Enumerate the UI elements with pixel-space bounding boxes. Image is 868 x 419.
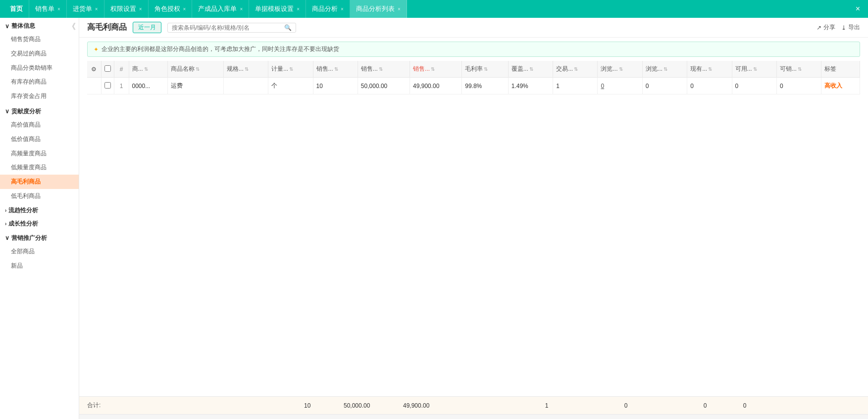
footer-available-stock: 0 bbox=[670, 402, 710, 409]
sort-coverage-icon[interactable]: ⇅ bbox=[529, 66, 533, 72]
chevron-right-icon-2: › bbox=[5, 221, 6, 227]
share-button[interactable]: ↗ 分享 bbox=[817, 23, 835, 32]
sidebar-item-high-margin-goods[interactable]: 高毛利商品 bbox=[0, 175, 79, 189]
sort-unit-icon[interactable]: ⇅ bbox=[289, 66, 293, 72]
th-browse1[interactable]: 浏览...⇅ bbox=[598, 61, 642, 78]
sidebar-item-trading-goods[interactable]: 交易过的商品 bbox=[0, 47, 79, 61]
sidebar-group-financial-analysis[interactable]: ∨ 贡献度分析 bbox=[0, 103, 79, 118]
footer-sales-profit: 49,900.00 bbox=[373, 402, 432, 409]
horizontal-scrollbar[interactable] bbox=[79, 414, 868, 419]
export-button[interactable]: ⤓ 导出 bbox=[841, 23, 860, 32]
sidebar-item-new-goods[interactable]: 新品 bbox=[0, 259, 79, 273]
close-all-button[interactable]: × bbox=[852, 4, 864, 13]
th-coverage[interactable]: 覆盖...⇅ bbox=[508, 61, 553, 78]
sidebar-item-high-freq-goods[interactable]: 高频量度商品 bbox=[0, 146, 79, 161]
th-sales-profit[interactable]: 销售...⇅ bbox=[410, 61, 462, 78]
sort-browse1-icon[interactable]: ⇅ bbox=[619, 66, 623, 72]
th-unit[interactable]: 计量...⇅ bbox=[268, 61, 313, 78]
sidebar-item-low-value-goods[interactable]: 低价值商品 bbox=[0, 132, 79, 146]
close-role-auth-icon[interactable]: × bbox=[183, 6, 186, 12]
td-available-stock: 0 bbox=[732, 78, 776, 94]
sort-saleable-stock-icon[interactable]: ⇅ bbox=[798, 66, 802, 72]
nav-tab-home[interactable]: 首页 bbox=[4, 0, 29, 18]
td-sales-amount: 50,000.00 bbox=[357, 78, 409, 94]
nav-tab-permission-settings[interactable]: 权限设置 × bbox=[104, 0, 149, 18]
sidebar-collapse-button[interactable]: 《 bbox=[68, 22, 76, 32]
td-coverage: 1.49% bbox=[508, 78, 553, 94]
th-margin-rate[interactable]: 毛利率⇅ bbox=[462, 61, 509, 78]
td-saleable-stock: 0 bbox=[776, 78, 821, 94]
sidebar-item-inventory-capital[interactable]: 库存资金占用 bbox=[0, 89, 79, 103]
th-checkbox[interactable] bbox=[101, 61, 114, 78]
th-available-stock[interactable]: 可用...⇅ bbox=[732, 61, 776, 78]
search-input[interactable] bbox=[172, 24, 282, 31]
sort-trade-count-icon[interactable]: ⇅ bbox=[574, 66, 578, 72]
row-checkbox[interactable] bbox=[104, 82, 111, 89]
search-box[interactable]: 🔍 bbox=[167, 23, 296, 33]
sidebar-item-low-margin-goods[interactable]: 低毛利商品 bbox=[0, 189, 79, 203]
content-header: 高毛利商品 近一月 🔍 ↗ 分享 ⤓ 导出 bbox=[79, 18, 868, 38]
sort-margin-rate-icon[interactable]: ⇅ bbox=[484, 66, 488, 72]
nav-tab-goods-analysis-list[interactable]: 商品分析列表 × bbox=[350, 0, 407, 18]
nav-tab-purchase-order[interactable]: 进货单 × bbox=[67, 0, 104, 18]
info-icon: ✦ bbox=[94, 46, 99, 53]
footer-sales-qty: 10 bbox=[274, 402, 313, 409]
th-current-stock[interactable]: 现有...⇅ bbox=[687, 61, 732, 78]
close-sales-order-icon[interactable]: × bbox=[57, 6, 60, 12]
sidebar-item-sales-ranking[interactable]: 销售货商品 bbox=[0, 32, 79, 47]
sort-available-stock-icon[interactable]: ⇅ bbox=[753, 66, 757, 72]
th-browse2[interactable]: 浏览...⇅ bbox=[642, 61, 687, 78]
sidebar-item-goods-classification[interactable]: 商品分类助销率 bbox=[0, 61, 79, 75]
th-code[interactable]: 商...⇅ bbox=[129, 61, 168, 78]
td-checkbox[interactable] bbox=[101, 78, 114, 94]
nav-tab-template-settings[interactable]: 单据模板设置 × bbox=[249, 0, 306, 18]
th-trade-count[interactable]: 交易...⇅ bbox=[553, 61, 598, 78]
nav-tab-role-auth[interactable]: 角色授权 × bbox=[149, 0, 193, 18]
sidebar-item-high-value-goods[interactable]: 高价值商品 bbox=[0, 118, 79, 132]
footer-sales-amount: 50,000.00 bbox=[313, 402, 373, 409]
sort-sales-qty-icon[interactable]: ⇅ bbox=[334, 66, 338, 72]
close-goods-analysis-icon[interactable]: × bbox=[341, 6, 344, 12]
close-template-settings-icon[interactable]: × bbox=[297, 6, 300, 12]
sidebar: 《 ∨ 整体信息 销售货商品 交易过的商品 商品分类助销率 有库存的商品 库存资… bbox=[0, 18, 79, 419]
nav-tab-sales-order[interactable]: 销售单 × bbox=[29, 0, 67, 18]
close-finished-goods-icon[interactable]: × bbox=[240, 6, 243, 12]
th-saleable-stock[interactable]: 可销...⇅ bbox=[776, 61, 821, 78]
th-name[interactable]: 商品名称⇅ bbox=[168, 61, 224, 78]
sort-spec-icon[interactable]: ⇅ bbox=[245, 66, 249, 72]
nav-tab-goods-analysis[interactable]: 商品分析 × bbox=[306, 0, 350, 18]
close-goods-analysis-list-icon[interactable]: × bbox=[398, 6, 401, 12]
header-actions: ↗ 分享 ⤓ 导出 bbox=[817, 23, 860, 32]
nav-tab-finished-goods[interactable]: 产成品入库单 × bbox=[192, 0, 249, 18]
td-trade-count: 1 bbox=[553, 78, 598, 94]
sort-name-icon[interactable]: ⇅ bbox=[196, 66, 200, 72]
th-settings[interactable]: ⚙ bbox=[87, 61, 101, 78]
main-layout: 《 ∨ 整体信息 销售货商品 交易过的商品 商品分类助销率 有库存的商品 库存资… bbox=[0, 18, 868, 419]
filter-recent-month-button[interactable]: 近一月 bbox=[133, 22, 161, 33]
sidebar-item-low-freq-goods[interactable]: 低频量度商品 bbox=[0, 160, 79, 175]
sort-sales-profit-icon[interactable]: ⇅ bbox=[431, 66, 435, 72]
browse1-link[interactable]: 0 bbox=[601, 83, 604, 90]
th-sales-amount[interactable]: 销售...⇅ bbox=[357, 61, 409, 78]
sort-current-stock-icon[interactable]: ⇅ bbox=[708, 66, 712, 72]
sidebar-group-marketing-analysis[interactable]: ∨ 营销推广分析 bbox=[0, 230, 79, 244]
td-settings bbox=[87, 78, 101, 94]
select-all-checkbox[interactable] bbox=[104, 65, 111, 72]
th-sales-qty[interactable]: 销售...⇅ bbox=[313, 61, 357, 78]
th-tag: 标签 bbox=[821, 61, 860, 78]
sidebar-item-all-goods[interactable]: 全部商品 bbox=[0, 244, 79, 259]
sidebar-group-growth-analysis[interactable]: › 成长性分析 bbox=[0, 217, 79, 230]
search-icon[interactable]: 🔍 bbox=[284, 24, 292, 31]
sidebar-group-overall-info[interactable]: ∨ 整体信息 bbox=[0, 18, 79, 32]
th-spec[interactable]: 规格...⇅ bbox=[223, 61, 268, 78]
share-icon: ↗ bbox=[817, 24, 821, 31]
table-header-row: ⚙ # 商...⇅ 商品名称⇅ 规格...⇅ 计量...⇅ 销售...⇅ 销售.… bbox=[87, 61, 860, 78]
sidebar-item-inventory-goods[interactable]: 有库存的商品 bbox=[0, 75, 79, 89]
sidebar-group-trend-analysis[interactable]: › 流趋性分析 bbox=[0, 203, 79, 217]
close-purchase-order-icon[interactable]: × bbox=[95, 6, 98, 12]
close-permission-icon[interactable]: × bbox=[139, 6, 142, 12]
sort-code-icon[interactable]: ⇅ bbox=[144, 66, 148, 72]
sort-sales-amount-icon[interactable]: ⇅ bbox=[379, 66, 383, 72]
sort-browse2-icon[interactable]: ⇅ bbox=[664, 66, 667, 72]
td-browse1[interactable]: 0 bbox=[598, 78, 642, 94]
